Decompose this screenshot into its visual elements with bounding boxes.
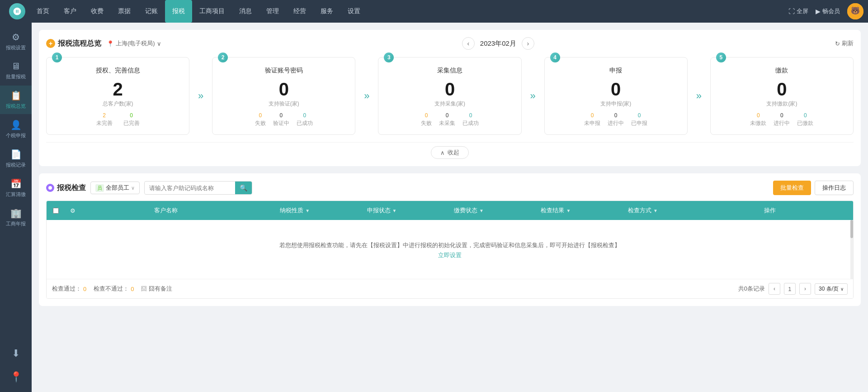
operation-log-button[interactable]: 操作日志	[815, 181, 854, 195]
stat-item: 0 未缴款	[750, 112, 766, 127]
nav-item-fee[interactable]: 收费	[84, 0, 111, 23]
chevron-down-icon: ∨	[157, 40, 161, 47]
total-records: 共0条记录	[738, 285, 765, 293]
stat-item: 0 已成功	[297, 112, 313, 127]
footer-right: 共0条记录 ‹ 1 › 30 条/页 ∨	[738, 283, 848, 295]
stat-item: 0 验证中	[273, 112, 289, 127]
stat-item: 0 已完善	[123, 112, 140, 127]
th-name: 客户名称	[81, 206, 251, 215]
step-stats-5: 0 未缴款 0 进行中 0 已缴款	[750, 112, 813, 127]
next-page-button[interactable]: ›	[799, 283, 811, 295]
arrow-icon: »	[530, 90, 535, 102]
empty-state: 若您想使用报税检查功能，请先在【报税设置】中进行报税的初始化设置，完成密码验证和…	[279, 239, 620, 259]
select-all-checkbox[interactable]	[53, 208, 59, 214]
filter-icon: ▼	[566, 208, 571, 213]
step-count-1: 2	[113, 78, 123, 100]
member-button[interactable]: ▶ 畅会员	[816, 7, 840, 15]
sidebar-item-label: 汇算清缴	[6, 191, 26, 198]
scrollbar-track[interactable]	[850, 220, 853, 279]
personal-tax-icon: 👤	[10, 120, 22, 130]
nav-item-customer[interactable]: 客户	[57, 0, 84, 23]
sidebar: ⚙ 报税设置 🖥 批量报税 📋 报税总览 👤 个税申报 📄 报税记录 📅 汇算清…	[0, 23, 32, 392]
per-page-select[interactable]: 30 条/页 ∨	[815, 283, 848, 295]
sidebar-item-label: 报税设置	[6, 44, 26, 51]
avatar[interactable]	[847, 3, 863, 19]
nav-item-manage[interactable]: 管理	[259, 0, 286, 23]
per-page-dropdown-icon: ∨	[840, 287, 844, 292]
th-tax-type[interactable]: 纳税性质 ▼	[251, 206, 338, 215]
step-title-5: 缴款	[775, 67, 788, 75]
nav-item-business[interactable]: 工商项目	[192, 0, 232, 23]
nav-item-service[interactable]: 服务	[313, 0, 340, 23]
top-nav: 首页 客户 收费 票据 记账 报税 工商项目 消息 管理 经营 服务 设置 ⛶ …	[0, 0, 868, 23]
employee-filter[interactable]: 员 全部员工 ∨	[90, 182, 140, 194]
step-title-3: 采集信息	[437, 67, 462, 75]
sidebar-item-location[interactable]: 📍	[0, 367, 32, 387]
sidebar-item-download[interactable]: ⬇	[0, 343, 32, 364]
step-num-5: 5	[716, 53, 726, 62]
step-count-2: 0	[279, 78, 289, 100]
sidebar-item-label: 个税申报	[6, 132, 26, 139]
th-check-result[interactable]: 检查结果 ▼	[512, 206, 599, 215]
search-icon: 🔍	[240, 184, 247, 191]
arrow-sep-2: »	[355, 57, 378, 135]
refresh-button[interactable]: ↻ 刷新	[835, 39, 854, 48]
check-panel: 报税检查 员 全部员工 ∨ 🔍 批量检查 操作日志	[39, 173, 861, 306]
sidebar-item-settlement[interactable]: 📅 汇算清缴	[0, 174, 32, 202]
member-icon: ▶	[816, 8, 821, 15]
arrow-sep-3: »	[522, 57, 544, 135]
nav-item-operation[interactable]: 经营	[286, 0, 313, 23]
th-settings[interactable]: ⚙	[65, 207, 81, 214]
table-body: 若您想使用报税检查功能，请先在【报税设置】中进行报税的初始化设置，完成密码验证和…	[47, 220, 853, 279]
step-num-4: 4	[550, 53, 560, 62]
location-badge[interactable]: 📍 上海(电子税局) ∨	[107, 39, 161, 48]
step-num-2: 2	[218, 53, 228, 62]
pass-count[interactable]: 0	[83, 286, 86, 292]
th-pay-status[interactable]: 缴费状态 ▼	[425, 206, 512, 215]
step-title-1: 授权、完善信息	[96, 67, 140, 75]
location-icon: 📍	[10, 371, 22, 383]
nav-item-invoice[interactable]: 票据	[111, 0, 138, 23]
sidebar-item-tax-overview[interactable]: 📋 报税总览	[0, 86, 32, 114]
step-num-3: 3	[384, 53, 394, 62]
nav-item-tax[interactable]: 报税	[165, 0, 192, 23]
th-checkbox[interactable]	[47, 208, 65, 214]
search-input[interactable]	[145, 182, 235, 194]
next-month-button[interactable]: ›	[522, 37, 534, 50]
sidebar-item-tax-settings[interactable]: ⚙ 报税设置	[0, 27, 32, 56]
sidebar-item-annual-report[interactable]: 🏢 工商年报	[0, 203, 32, 232]
scrollbar-thumb[interactable]	[850, 220, 853, 238]
search-input-wrap: 🔍	[144, 181, 252, 195]
employee-tag-icon: 员	[95, 184, 104, 192]
main-content: + 报税流程总览 📍 上海(电子税局) ∨ ‹ 2023年02月 › ↻ 刷新	[32, 23, 868, 392]
current-page: 1	[784, 283, 796, 295]
nav-item-home[interactable]: 首页	[29, 0, 57, 23]
arrow-icon: »	[198, 90, 203, 102]
step-title-4: 申报	[609, 67, 622, 75]
step-sub-2: 支持验证(家)	[269, 100, 299, 108]
chevron-down-icon: ∨	[131, 185, 135, 191]
tax-settings-icon: ⚙	[12, 32, 20, 43]
stat-item: 0 未采集	[439, 112, 455, 127]
arrow-icon: »	[696, 90, 702, 102]
prev-month-button[interactable]: ‹	[462, 37, 475, 50]
batch-check-button[interactable]: 批量检查	[773, 181, 811, 195]
fail-count[interactable]: 0	[131, 286, 134, 292]
sidebar-item-batch-tax[interactable]: 🖥 批量报税	[0, 57, 32, 85]
flow-step-5: 5 缴款 0 支持缴款(家) 0 未缴款 0 进行中	[710, 57, 854, 135]
setup-link[interactable]: 立即设置	[279, 251, 620, 259]
fullscreen-button[interactable]: ⛶ 全屏	[788, 7, 808, 15]
step-sub-3: 支持采集(家)	[434, 100, 465, 108]
nav-item-settings[interactable]: 设置	[340, 0, 368, 23]
th-check-method[interactable]: 检查方式 ▼	[599, 206, 686, 215]
flow-step-3: 3 采集信息 0 支持采集(家) 0 失败 0 未采集	[378, 57, 521, 135]
nav-item-accounting[interactable]: 记账	[138, 0, 165, 23]
prev-page-button[interactable]: ‹	[769, 283, 780, 295]
sidebar-item-tax-record[interactable]: 📄 报税记录	[0, 144, 32, 173]
search-button[interactable]: 🔍	[235, 182, 252, 194]
logo[interactable]	[5, 0, 29, 23]
th-declare-status[interactable]: 申报状态 ▼	[338, 206, 425, 215]
collapse-button[interactable]: ∧ 收起	[431, 146, 469, 159]
nav-item-message[interactable]: 消息	[232, 0, 259, 23]
sidebar-item-personal-tax[interactable]: 👤 个税申报	[0, 115, 32, 143]
